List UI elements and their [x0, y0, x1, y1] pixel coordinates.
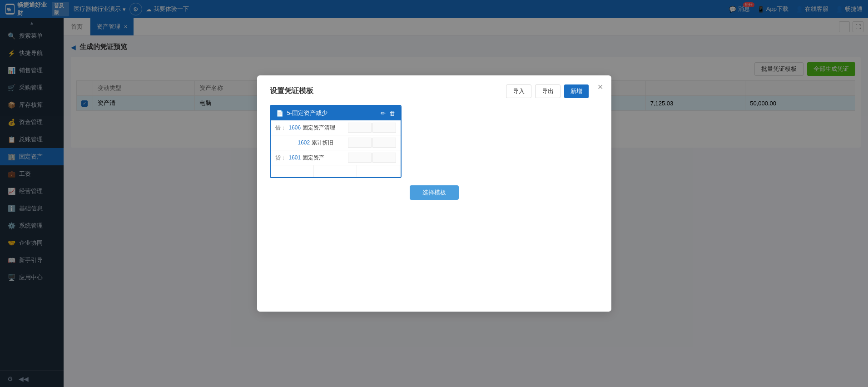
template-debit-entry-2: 1602 累计折旧	[271, 135, 401, 150]
entry-col	[372, 123, 396, 133]
entry-cols-1	[348, 123, 396, 133]
import-button[interactable]: 导入	[506, 84, 531, 98]
select-template-button[interactable]: 选择模板	[410, 185, 459, 200]
set-template-dialog: 设置凭证模板 ✕ 导入 导出 新增 📄 5-固定资产减少 ✏ 🗑 借： 1606…	[257, 75, 611, 312]
dialog-close-button[interactable]: ✕	[597, 83, 603, 91]
empty-col	[271, 165, 314, 177]
template-credit-entry-1: 贷： 1601 固定资产	[271, 150, 401, 165]
debit-code-1: 1606	[289, 124, 301, 131]
dialog-toolbar: 导入 导出 新增	[506, 84, 589, 98]
credit-label-1: 贷：	[275, 154, 289, 162]
entry-col	[348, 123, 372, 133]
entry-cols-3	[348, 153, 396, 163]
credit-code-1: 1601	[289, 154, 301, 161]
new-button[interactable]: 新增	[564, 84, 589, 98]
entry-col	[372, 138, 396, 148]
entry-cols-2	[348, 138, 396, 148]
template-empty-row	[271, 165, 401, 177]
template-edit-icon[interactable]: ✏	[381, 110, 386, 117]
credit-name-1: 固定资产	[303, 154, 324, 162]
empty-col	[357, 165, 400, 177]
empty-col	[314, 165, 357, 177]
entry-col	[348, 138, 372, 148]
template-card-body: 借： 1606 固定资产清理 1602 累计折旧	[271, 120, 401, 177]
template-delete-icon[interactable]: 🗑	[389, 110, 395, 117]
template-card-title: 5-固定资产减少	[287, 109, 377, 117]
debit-code-2: 1602	[298, 139, 310, 146]
entry-col	[372, 153, 396, 163]
export-button[interactable]: 导出	[535, 84, 560, 98]
debit-name-2: 累计折旧	[312, 139, 333, 147]
template-debit-entry-1: 借： 1606 固定资产清理	[271, 120, 401, 135]
template-card: 📄 5-固定资产减少 ✏ 🗑 借： 1606 固定资产清理 1602	[270, 105, 402, 178]
template-card-header: 📄 5-固定资产减少 ✏ 🗑	[271, 106, 401, 120]
dialog-overlay: 设置凭证模板 ✕ 导入 导出 新增 📄 5-固定资产减少 ✏ 🗑 借： 1606…	[0, 0, 868, 387]
template-doc-icon: 📄	[276, 110, 283, 117]
debit-label-1: 借：	[275, 124, 289, 132]
entry-col	[348, 153, 372, 163]
debit-name-1: 固定资产清理	[303, 124, 335, 132]
